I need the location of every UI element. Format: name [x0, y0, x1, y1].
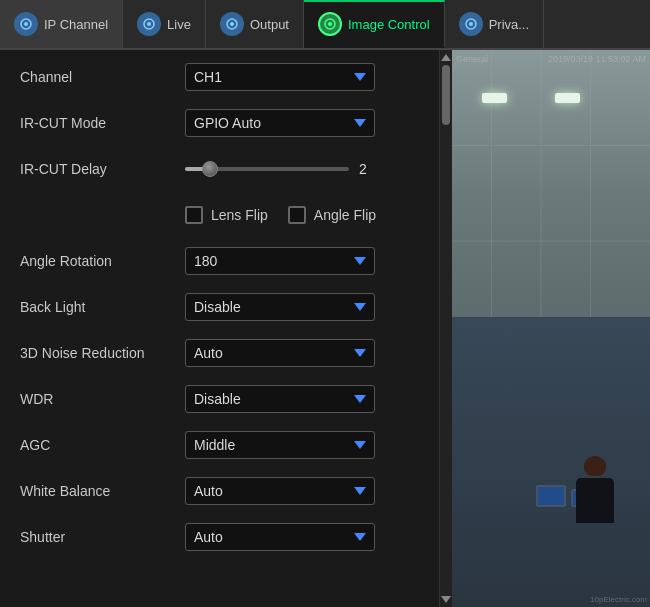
person-head: [584, 456, 606, 476]
channel-dropdown-arrow: [354, 73, 366, 81]
angle-flip-checkbox-item[interactable]: Angle Flip: [288, 206, 376, 224]
noise-reduction-dropdown[interactable]: Auto: [185, 339, 375, 367]
channel-label: Channel: [20, 69, 185, 85]
ircut-mode-dropdown-arrow: [354, 119, 366, 127]
ircut-mode-control: GPIO Auto: [185, 109, 419, 137]
svg-point-5: [230, 22, 234, 26]
nav-privacy-label: Priva...: [489, 17, 529, 32]
svg-point-7: [328, 22, 332, 26]
nav-image-control-label: Image Control: [348, 17, 430, 32]
scroll-down-button[interactable]: [441, 596, 451, 603]
angle-flip-checkbox[interactable]: [288, 206, 306, 224]
agc-row: AGC Middle: [20, 428, 419, 462]
white-balance-dropdown[interactable]: Auto: [185, 477, 375, 505]
shutter-control: Auto: [185, 523, 419, 551]
back-light-label: Back Light: [20, 299, 185, 315]
angle-rotation-dropdown[interactable]: 180: [185, 247, 375, 275]
flip-controls: Lens Flip Angle Flip: [185, 206, 419, 224]
svg-point-3: [147, 22, 151, 26]
flip-row: Lens Flip Angle Flip: [20, 198, 419, 232]
nav-ip-channel-label: IP Channel: [44, 17, 108, 32]
nav-live-label: Live: [167, 17, 191, 32]
noise-reduction-row: 3D Noise Reduction Auto: [20, 336, 419, 370]
person-body: [576, 478, 614, 523]
back-light-row: Back Light Disable: [20, 290, 419, 324]
person-silhouette: [576, 456, 614, 523]
ircut-delay-slider-container: 2: [185, 161, 375, 177]
nav-live[interactable]: Live: [123, 0, 206, 48]
white-balance-value: Auto: [194, 483, 223, 499]
shutter-label: Shutter: [20, 529, 185, 545]
scroll-thumb-container: [440, 61, 452, 596]
white-balance-dropdown-arrow: [354, 487, 366, 495]
monitor-1: [536, 485, 566, 507]
ircut-delay-row: IR-CUT Delay 2: [20, 152, 419, 186]
datetime-overlay: 2019/03/19 11:53:02 AM: [548, 54, 646, 64]
image-control-icon: [318, 12, 342, 36]
ircut-mode-row: IR-CUT Mode GPIO Auto: [20, 106, 419, 140]
nav-output-label: Output: [250, 17, 289, 32]
ip-channel-icon: [14, 12, 38, 36]
camera-preview: General 2019/03/19 11:53:02 AM 10pElectr…: [452, 50, 650, 607]
wdr-label: WDR: [20, 391, 185, 407]
nav-ip-channel[interactable]: IP Channel: [0, 0, 123, 48]
channel-value: CH1: [194, 69, 222, 85]
angle-rotation-row: Angle Rotation 180: [20, 244, 419, 278]
noise-reduction-control: Auto: [185, 339, 419, 367]
watermark-overlay: 10pElectric.com: [590, 595, 647, 604]
back-light-dropdown[interactable]: Disable: [185, 293, 375, 321]
ircut-delay-control: 2: [185, 161, 419, 177]
agc-value: Middle: [194, 437, 235, 453]
channel-overlay-label: General: [456, 54, 488, 64]
scroll-thumb[interactable]: [442, 65, 450, 125]
ceiling-area: [452, 50, 650, 340]
nav-image-control[interactable]: Image Control: [304, 0, 445, 48]
nav-privacy[interactable]: Priva...: [445, 0, 544, 48]
main-content: Channel CH1 IR-CUT Mode GPIO Auto IR-CUT…: [0, 50, 650, 607]
wdr-value: Disable: [194, 391, 241, 407]
svg-point-1: [24, 22, 28, 26]
shutter-row: Shutter Auto: [20, 520, 419, 554]
wdr-control: Disable: [185, 385, 419, 413]
shutter-value: Auto: [194, 529, 223, 545]
top-navigation: IP Channel Live Output Image Control Pri…: [0, 0, 650, 50]
nav-output[interactable]: Output: [206, 0, 304, 48]
channel-dropdown[interactable]: CH1: [185, 63, 375, 91]
noise-reduction-value: Auto: [194, 345, 223, 361]
shutter-dropdown-arrow: [354, 533, 366, 541]
wdr-row: WDR Disable: [20, 382, 419, 416]
agc-control: Middle: [185, 431, 419, 459]
white-balance-row: White Balance Auto: [20, 474, 419, 508]
back-light-value: Disable: [194, 299, 241, 315]
ircut-delay-label: IR-CUT Delay: [20, 161, 185, 177]
lens-flip-label: Lens Flip: [211, 207, 268, 223]
channel-control: CH1: [185, 63, 419, 91]
angle-rotation-dropdown-arrow: [354, 257, 366, 265]
lens-flip-checkbox-item[interactable]: Lens Flip: [185, 206, 268, 224]
scroll-up-button[interactable]: [441, 54, 451, 61]
agc-dropdown[interactable]: Middle: [185, 431, 375, 459]
settings-panel: Channel CH1 IR-CUT Mode GPIO Auto IR-CUT…: [0, 50, 440, 607]
ircut-delay-slider-thumb[interactable]: [202, 161, 218, 177]
scrollbar[interactable]: [440, 50, 452, 607]
wall-area: [452, 317, 650, 607]
ircut-delay-slider-track[interactable]: [185, 167, 349, 171]
lens-flip-checkbox[interactable]: [185, 206, 203, 224]
white-balance-label: White Balance: [20, 483, 185, 499]
light-2: [555, 93, 580, 103]
camera-preview-panel: General 2019/03/19 11:53:02 AM 10pElectr…: [452, 50, 650, 607]
live-icon: [137, 12, 161, 36]
svg-point-9: [469, 22, 473, 26]
ircut-mode-dropdown[interactable]: GPIO Auto: [185, 109, 375, 137]
white-balance-control: Auto: [185, 477, 419, 505]
angle-rotation-label: Angle Rotation: [20, 253, 185, 269]
ircut-mode-value: GPIO Auto: [194, 115, 261, 131]
noise-reduction-label: 3D Noise Reduction: [20, 345, 185, 361]
light-1: [482, 93, 507, 103]
angle-rotation-control: 180: [185, 247, 419, 275]
back-light-dropdown-arrow: [354, 303, 366, 311]
shutter-dropdown[interactable]: Auto: [185, 523, 375, 551]
angle-rotation-value: 180: [194, 253, 217, 269]
wdr-dropdown[interactable]: Disable: [185, 385, 375, 413]
noise-reduction-dropdown-arrow: [354, 349, 366, 357]
